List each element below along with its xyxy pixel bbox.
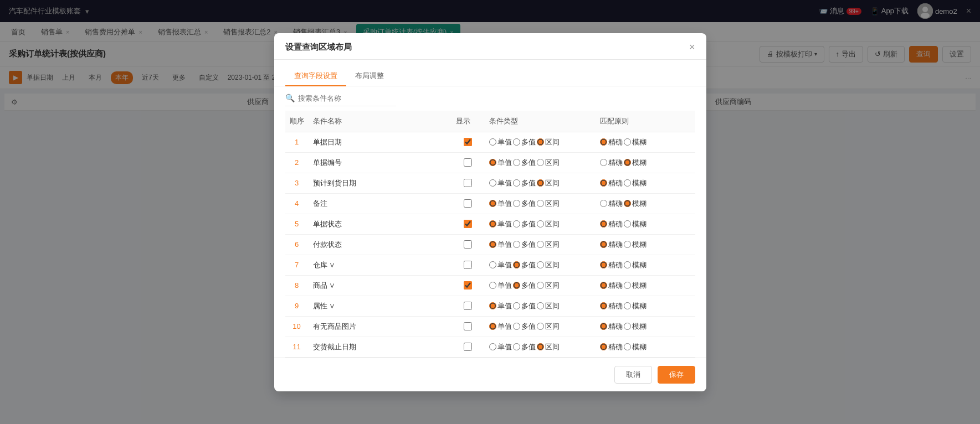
row-name-6: 仓库 ∨ [309, 255, 451, 275]
row-rule-8-模糊[interactable]: 模糊 [624, 301, 647, 311]
row-display-9 [451, 316, 485, 337]
row-display-checkbox-7[interactable] [464, 281, 472, 289]
row-type-2-单值[interactable]: 单值 [489, 178, 512, 188]
row-name-4: 单据状态 [309, 214, 451, 234]
row-display-checkbox-9[interactable] [464, 322, 472, 330]
search-input[interactable] [295, 93, 396, 104]
row-type-9-单值[interactable]: 单值 [489, 322, 512, 332]
row-type-3-区间[interactable]: 区间 [537, 199, 560, 209]
row-type-6-单值[interactable]: 单值 [489, 260, 512, 270]
row-rule-7-精确[interactable]: 精确 [600, 281, 623, 291]
row-type-8-单值[interactable]: 单值 [489, 301, 512, 311]
row-rule-10-模糊[interactable]: 模糊 [624, 342, 647, 352]
save-button[interactable]: 保存 [658, 366, 695, 384]
table-row: 1单据日期单值多值区间精确模糊 [285, 132, 695, 152]
row-type-10-单值[interactable]: 单值 [489, 342, 512, 352]
row-type-9-多值[interactable]: 多值 [513, 322, 536, 332]
row-order-8: 9 [285, 296, 309, 316]
row-rule-3-模糊[interactable]: 模糊 [624, 199, 647, 209]
row-rule-4-模糊[interactable]: 模糊 [624, 219, 647, 229]
row-rule-0-精确[interactable]: 精确 [600, 137, 623, 147]
row-display-checkbox-6[interactable] [464, 261, 472, 269]
row-display-2 [451, 173, 485, 193]
row-type-6-多值[interactable]: 多值 [513, 260, 536, 270]
row-rule-4: 精确模糊 [596, 214, 695, 234]
row-type-9-区间[interactable]: 区间 [537, 322, 560, 332]
row-display-0 [451, 132, 485, 152]
dialog-tab-query-fields[interactable]: 查询字段设置 [285, 66, 346, 86]
row-rule-10-精确[interactable]: 精确 [600, 342, 623, 352]
row-type-1-多值[interactable]: 多值 [513, 158, 536, 168]
row-rule-9: 精确模糊 [596, 316, 695, 337]
row-type-3-单值[interactable]: 单值 [489, 199, 512, 209]
row-display-10 [451, 337, 485, 357]
row-order-9: 10 [285, 316, 309, 337]
row-type-7-多值[interactable]: 多值 [513, 281, 536, 291]
row-rule-0-模糊[interactable]: 模糊 [624, 137, 647, 147]
row-rule-6-模糊[interactable]: 模糊 [624, 260, 647, 270]
table-row: 7仓库 ∨单值多值区间精确模糊 [285, 255, 695, 275]
dialog-close-button[interactable]: × [689, 42, 695, 52]
row-type-10-区间[interactable]: 区间 [537, 342, 560, 352]
row-order-5: 6 [285, 234, 309, 255]
row-type-0-区间[interactable]: 区间 [537, 137, 560, 147]
row-type-2-区间[interactable]: 区间 [537, 178, 560, 188]
row-type-6-区间[interactable]: 区间 [537, 260, 560, 270]
row-type-5-单值[interactable]: 单值 [489, 240, 512, 250]
row-type-4-多值[interactable]: 多值 [513, 219, 536, 229]
row-rule-7: 精确模糊 [596, 275, 695, 296]
settings-dialog: 设置查询区域布局 × 查询字段设置 布局调整 🔍 顺序 [274, 33, 706, 391]
row-rule-7-模糊[interactable]: 模糊 [624, 281, 647, 291]
row-display-checkbox-5[interactable] [464, 240, 472, 249]
row-rule-1-模糊[interactable]: 模糊 [624, 158, 647, 168]
row-type-3-多值[interactable]: 多值 [513, 199, 536, 209]
row-type-10-多值[interactable]: 多值 [513, 342, 536, 352]
row-type-4-区间[interactable]: 区间 [537, 219, 560, 229]
row-display-checkbox-4[interactable] [464, 220, 472, 228]
row-rule-5-精确[interactable]: 精确 [600, 240, 623, 250]
row-rule-9-模糊[interactable]: 模糊 [624, 322, 647, 332]
row-type-8-多值[interactable]: 多值 [513, 301, 536, 311]
row-type-1-区间[interactable]: 区间 [537, 158, 560, 168]
row-display-1 [451, 152, 485, 173]
row-display-checkbox-2[interactable] [464, 179, 472, 187]
row-rule-4-精确[interactable]: 精确 [600, 219, 623, 229]
row-type-7-单值[interactable]: 单值 [489, 281, 512, 291]
row-display-checkbox-1[interactable] [464, 158, 472, 167]
row-type-5-区间[interactable]: 区间 [537, 240, 560, 250]
row-rule-6-精确[interactable]: 精确 [600, 260, 623, 270]
row-type-1-单值[interactable]: 单值 [489, 158, 512, 168]
table-row: 3预计到货日期单值多值区间精确模糊 [285, 173, 695, 193]
row-type-4-单值[interactable]: 单值 [489, 219, 512, 229]
table-row: 6付款状态单值多值区间精确模糊 [285, 234, 695, 255]
col-header-type: 条件类型 [485, 111, 596, 132]
row-rule-3-精确[interactable]: 精确 [600, 199, 623, 209]
row-display-checkbox-10[interactable] [464, 343, 472, 351]
row-type-0-多值[interactable]: 多值 [513, 137, 536, 147]
row-rule-8-精确[interactable]: 精确 [600, 301, 623, 311]
row-name-10: 交货截止日期 [309, 337, 451, 357]
row-display-7 [451, 275, 485, 296]
row-display-6 [451, 255, 485, 275]
row-rule-9-精确[interactable]: 精确 [600, 322, 623, 332]
row-rule-1-精确[interactable]: 精确 [600, 158, 623, 168]
row-rule-10: 精确模糊 [596, 337, 695, 357]
row-type-7-区间[interactable]: 区间 [537, 281, 560, 291]
row-display-3 [451, 193, 485, 214]
row-type-5-多值[interactable]: 多值 [513, 240, 536, 250]
row-type-0-单值[interactable]: 单值 [489, 137, 512, 147]
dialog-footer: 取消 保存 [274, 358, 706, 391]
row-display-checkbox-3[interactable] [464, 199, 472, 208]
dialog-tab-query-fields-label: 查询字段设置 [294, 71, 337, 80]
row-rule-2-模糊[interactable]: 模糊 [624, 178, 647, 188]
row-rule-2-精确[interactable]: 精确 [600, 178, 623, 188]
row-display-checkbox-8[interactable] [464, 302, 472, 310]
dialog-tab-layout[interactable]: 布局调整 [346, 66, 393, 86]
row-rule-3: 精确模糊 [596, 193, 695, 214]
row-order-6: 7 [285, 255, 309, 275]
row-type-2-多值[interactable]: 多值 [513, 178, 536, 188]
row-rule-5-模糊[interactable]: 模糊 [624, 240, 647, 250]
row-type-8-区间[interactable]: 区间 [537, 301, 560, 311]
cancel-button[interactable]: 取消 [614, 366, 652, 384]
row-display-checkbox-0[interactable] [464, 138, 472, 146]
